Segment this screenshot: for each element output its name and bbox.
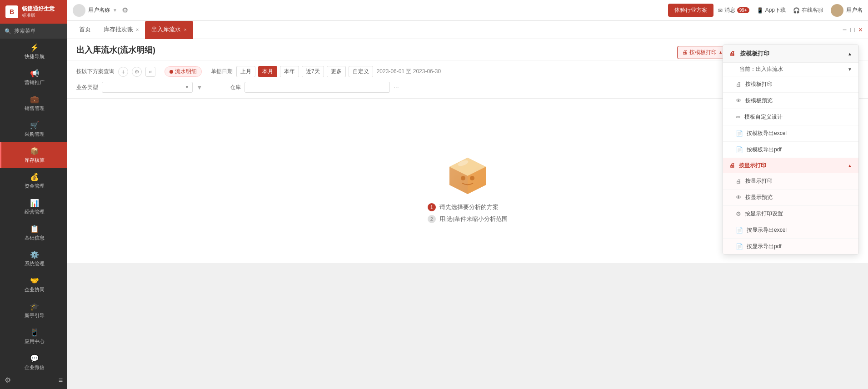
warehouse-input[interactable] — [244, 82, 390, 93]
date-btn-this-month[interactable]: 本月 — [258, 66, 277, 77]
guide-icon: 🎓 — [30, 302, 39, 311]
window-restore-btn[interactable]: □ — [850, 26, 855, 34]
dropdown-template-design[interactable]: ✏ 模板自定义设计 — [723, 109, 858, 125]
tab-home[interactable]: 首页 — [73, 21, 97, 39]
sidebar-item-marketing[interactable]: 📢 营销推广 — [0, 65, 67, 90]
sidebar-item-inventory[interactable]: 📦 库存核算 — [0, 142, 67, 168]
date-btn-custom[interactable]: 自定义 — [349, 66, 373, 77]
sidebar: B 畅捷通好生意 标准版 🔍 搜索菜单 ⚡ 快捷导航 📢 营销推广 💼 销售管理… — [0, 0, 67, 389]
dropdown-chevron-up[interactable]: ▲ — [848, 51, 852, 56]
date-btn-more[interactable]: 更多 — [327, 66, 346, 77]
dropdown-pdf-icon: 📄 — [736, 146, 743, 153]
window-minimize-btn[interactable]: − — [843, 26, 847, 34]
logo-icon: B — [5, 5, 18, 18]
dropdown-display-print-settings[interactable]: ⚙ 按显示打印设置 — [723, 206, 858, 222]
app-logo[interactable]: B 畅捷通好生意 标准版 — [0, 0, 67, 24]
sidebar-search[interactable]: 🔍 搜索菜单 — [0, 24, 67, 39]
dropdown-display-preview-icon: 👁 — [736, 194, 742, 201]
business-type-select-wrap — [102, 82, 193, 93]
printer-icon: 🖨 — [682, 49, 688, 55]
dropdown-display-section[interactable]: 🖨 按显示打印 ▲ — [723, 158, 858, 173]
dropdown-template-print[interactable]: 🖨 按模板打印 — [723, 76, 858, 93]
tab-inventory-batch[interactable]: 库存批次账 × — [97, 21, 145, 39]
dropdown-display-excel[interactable]: 📄 按显示导出excel — [723, 222, 858, 239]
online-service-item[interactable]: 🎧 在线客服 — [793, 6, 823, 14]
filter-add-button[interactable]: + — [118, 67, 128, 77]
search-icon: 🔍 — [5, 28, 11, 35]
business-type-select[interactable] — [102, 82, 193, 93]
topbar-user-right[interactable]: 用户名 — [831, 4, 863, 17]
warehouse-input-wrap — [244, 82, 390, 93]
notification-icon: ✉ — [718, 7, 723, 14]
app-center-icon: 📱 — [30, 328, 39, 337]
sidebar-item-app-center[interactable]: 📱 应用中心 — [0, 324, 67, 349]
tab-flow[interactable]: 出入库流水 × — [145, 21, 193, 39]
svg-point-5 — [470, 176, 474, 180]
warehouse-more-icon[interactable]: ··· — [394, 84, 399, 91]
sidebar-item-collab[interactable]: 🤝 企业协同 — [0, 272, 67, 298]
dropdown-excel-icon: 📄 — [736, 130, 743, 137]
step-2-num: 2 — [428, 215, 436, 223]
bottom-settings-icon[interactable]: ⚙ — [5, 376, 11, 384]
logo-text: 畅捷通好生意 标准版 — [22, 5, 55, 19]
trial-button[interactable]: 体验行业方案 — [668, 4, 713, 17]
svg-point-4 — [461, 176, 465, 180]
current-option-row: 当前：出入库流水 ▼ — [723, 63, 858, 76]
user-avatar-right — [831, 4, 843, 17]
topbar-dropdown-icon: ▼ — [113, 8, 117, 13]
topbar-settings-icon[interactable]: ⚙ — [122, 6, 128, 15]
filter-label: 按以下方案查询 — [76, 68, 115, 75]
dropdown-display-section-icon: 🖨 — [729, 162, 735, 169]
sidebar-item-purchase[interactable]: 🛒 采购管理 — [0, 116, 67, 142]
filter-controls: 按以下方案查询 + ⚙ « — [76, 67, 155, 77]
filter-tag[interactable]: 流水明细 — [165, 66, 202, 77]
filter-settings-button[interactable]: ⚙ — [132, 67, 142, 77]
sidebar-item-quick-nav[interactable]: ⚡ 快捷导航 — [0, 39, 67, 65]
sidebar-item-sales[interactable]: 💼 销售管理 — [0, 90, 67, 116]
filter-collapse-button[interactable]: « — [145, 67, 155, 77]
dropdown-header: 🖨 按模板打印 ▲ — [723, 45, 858, 63]
dropdown-printer2-icon: 🖨 — [736, 81, 742, 88]
business-type-field: 业务类型 ▼ — [76, 82, 203, 93]
sidebar-item-system[interactable]: ⚙️ 系统管理 — [0, 246, 67, 272]
topbar-user[interactable]: 用户名称 ▼ — [73, 4, 117, 17]
dropdown-template-excel[interactable]: 📄 按模板导出excel — [723, 125, 858, 142]
username-right: 用户名 — [846, 6, 863, 14]
dropdown-template-pdf[interactable]: 📄 按模板导出pdf — [723, 142, 858, 158]
dropdown-display-print[interactable]: 🖨 按显示打印 — [723, 173, 858, 190]
template-print-button[interactable]: 🖨 按模板打印 ▲ — [677, 46, 728, 59]
sidebar-item-operation[interactable]: 📊 经营管理 — [0, 194, 67, 220]
date-options: 上月 本月 本年 近7天 更多 自定义 — [236, 66, 373, 77]
window-buttons: − □ × — [843, 26, 863, 34]
dropdown-display-preview[interactable]: 👁 按显示预览 — [723, 190, 858, 206]
sidebar-item-finance[interactable]: 💰 资金管理 — [0, 168, 67, 194]
notification-item[interactable]: ✉ 消息 99+ — [718, 6, 749, 14]
sidebar-item-guide[interactable]: 🎓 新手引导 — [0, 298, 67, 324]
operation-icon: 📊 — [30, 199, 39, 207]
marketing-icon: 📢 — [30, 69, 39, 78]
date-btn-this-year[interactable]: 本年 — [280, 66, 299, 77]
dropdown-display-items: 🖨 按显示打印 👁 按显示预览 ⚙ 按显示打印设置 📄 按显示导出excel 📄… — [723, 173, 858, 254]
dropdown-panel: 🖨 按模板打印 ▲ 当前：出入库流水 ▼ 🖨 按模板打印 👁 按模板预览 ✏ 模… — [723, 45, 859, 254]
chevron-up-icon: ▲ — [718, 50, 723, 55]
topbar-right: ✉ 消息 99+ 📱 App下载 🎧 在线客服 用户名 — [718, 4, 863, 17]
date-filter-row: 单据日期 上月 本月 本年 近7天 更多 自定义 2023-06-01 至 20… — [211, 66, 724, 77]
headset-icon: 🎧 — [793, 7, 800, 14]
sidebar-item-weixin[interactable]: 💬 企业微信 — [0, 349, 67, 371]
date-btn-7days[interactable]: 近7天 — [302, 66, 324, 77]
current-option-chevron[interactable]: ▼ — [848, 67, 852, 72]
topbar-user-avatar — [73, 4, 85, 17]
tab-close-flow[interactable]: × — [184, 27, 186, 32]
dropdown-display-pdf[interactable]: 📄 按显示导出pdf — [723, 239, 858, 254]
bottom-menu-icon[interactable]: ≡ — [59, 376, 63, 384]
dropdown-design-icon: ✏ — [736, 114, 741, 120]
dropdown-template-preview[interactable]: 👁 按模板预览 — [723, 93, 858, 109]
dropdown-printer-icon: 🖨 — [729, 50, 735, 57]
tab-close-inventory-batch[interactable]: × — [136, 27, 139, 32]
window-close-btn[interactable]: × — [858, 26, 863, 34]
sidebar-item-basic[interactable]: 📋 基础信息 — [0, 220, 67, 246]
topbar-username: 用户名称 — [88, 6, 110, 14]
dropdown-display-chevron[interactable]: ▲ — [848, 163, 852, 168]
date-btn-last-month[interactable]: 上月 — [236, 66, 255, 77]
app-download-item[interactable]: 📱 App下载 — [757, 6, 786, 14]
